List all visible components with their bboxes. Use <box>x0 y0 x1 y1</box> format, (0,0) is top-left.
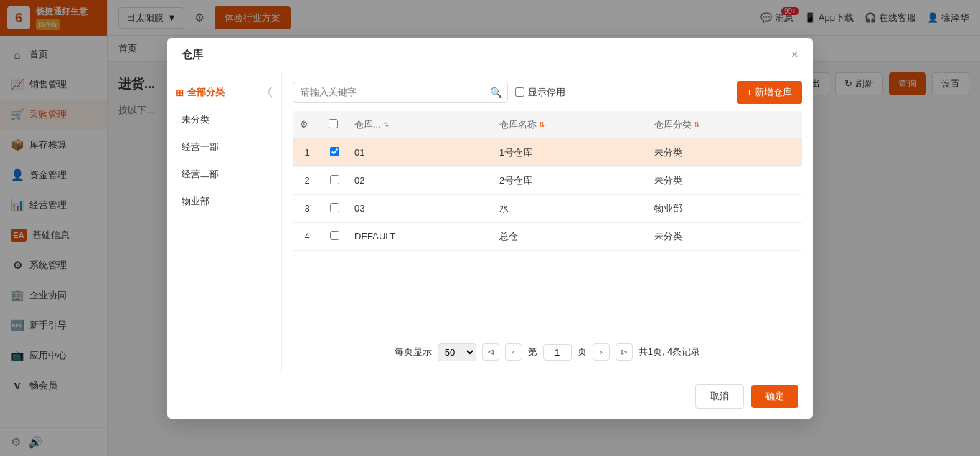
row-checkbox[interactable] <box>321 222 347 250</box>
pagination: 每页显示 50 10 20 100 ⊲ ‹ 第 页 › ⊳ 共1页, 4条记录 <box>293 335 802 365</box>
row-code: DEFAULT <box>347 222 492 250</box>
cancel-button[interactable]: 取消 <box>695 384 744 409</box>
modal-overlay: 仓库 × ⊞ 全部分类 《 未分类 经营一部 经营二部 物业部 <box>0 0 980 456</box>
last-page-button[interactable]: ⊳ <box>616 343 633 361</box>
row-name: 1号仓库 <box>492 138 647 166</box>
table-area: 🔍 显示停用 + 新增仓库 ⚙ <box>282 72 813 374</box>
table-row[interactable]: 4 DEFAULT 总仓 未分类 <box>293 222 802 250</box>
page-label: 第 <box>528 346 537 358</box>
row-checkbox[interactable] <box>321 138 347 166</box>
category-sidebar: ⊞ 全部分类 《 未分类 经营一部 经营二部 物业部 <box>167 72 282 374</box>
next-page-button[interactable]: › <box>593 343 610 361</box>
row-category: 未分类 <box>647 222 802 250</box>
all-category-label[interactable]: ⊞ 全部分类 <box>176 86 225 99</box>
col-check <box>321 111 347 139</box>
category-item-property[interactable]: 物业部 <box>167 188 281 215</box>
modal-title: 仓库 <box>182 48 203 62</box>
add-warehouse-button[interactable]: + 新增仓库 <box>737 81 802 104</box>
collapse-icon[interactable]: 《 <box>261 85 273 100</box>
category-item-dept2[interactable]: 经营二部 <box>167 161 281 188</box>
prev-page-button[interactable]: ‹ <box>505 343 522 361</box>
modal-footer: 取消 确定 <box>167 374 813 419</box>
modal-close-button[interactable]: × <box>791 48 798 61</box>
per-page-label: 每页显示 <box>395 346 432 358</box>
per-page-select[interactable]: 50 10 20 100 <box>438 343 476 361</box>
confirm-button[interactable]: 确定 <box>751 385 798 408</box>
category-item-dept1[interactable]: 经营一部 <box>167 133 281 161</box>
row-category: 物业部 <box>647 194 802 222</box>
col-category-header[interactable]: 仓库分类 ⇅ <box>647 111 802 139</box>
table-container: ⚙ 仓库... ⇅ <box>293 111 802 335</box>
table-row[interactable]: 3 03 水 物业部 <box>293 194 802 222</box>
show-disabled-checkbox[interactable] <box>515 87 524 97</box>
category-item-uncat[interactable]: 未分类 <box>167 106 281 133</box>
row-index: 4 <box>293 222 321 250</box>
col-code-header[interactable]: 仓库... ⇅ <box>347 111 492 139</box>
gear-col-icon[interactable]: ⚙ <box>300 119 308 130</box>
row-checkbox[interactable] <box>321 194 347 222</box>
table-row[interactable]: 2 02 2号仓库 未分类 <box>293 166 802 194</box>
row-name: 2号仓库 <box>492 166 647 194</box>
first-page-button[interactable]: ⊲ <box>482 343 499 361</box>
row-name: 总仓 <box>492 222 647 250</box>
sort-category-icon: ⇅ <box>694 120 699 128</box>
row-category: 未分类 <box>647 138 802 166</box>
table-toolbar: 🔍 显示停用 + 新增仓库 <box>293 81 802 104</box>
search-wrap: 🔍 <box>293 82 508 103</box>
total-info: 共1页, 4条记录 <box>639 346 701 358</box>
row-index: 3 <box>293 194 321 222</box>
row-code: 03 <box>347 194 492 222</box>
show-disabled-label: 显示停用 <box>515 86 565 99</box>
row-category: 未分类 <box>647 166 802 194</box>
row-index: 2 <box>293 166 321 194</box>
warehouse-modal: 仓库 × ⊞ 全部分类 《 未分类 经营一部 经营二部 物业部 <box>167 38 813 419</box>
table-row[interactable]: 1 01 1号仓库 未分类 <box>293 138 802 166</box>
row-name: 水 <box>492 194 647 222</box>
row-checkbox[interactable] <box>321 166 347 194</box>
modal-body: ⊞ 全部分类 《 未分类 经营一部 经营二部 物业部 🔍 <box>167 72 813 374</box>
sort-code-icon: ⇅ <box>383 120 389 128</box>
modal-header: 仓库 × <box>167 38 813 72</box>
search-input[interactable] <box>293 82 508 103</box>
col-name-header[interactable]: 仓库名称 ⇅ <box>492 111 647 139</box>
sort-name-icon: ⇅ <box>539 120 545 128</box>
row-index: 1 <box>293 138 321 166</box>
grid-icon: ⊞ <box>176 87 184 98</box>
search-icon[interactable]: 🔍 <box>490 87 502 98</box>
category-header: ⊞ 全部分类 《 <box>167 80 281 106</box>
page-unit: 页 <box>578 346 587 358</box>
col-gear: ⚙ <box>293 111 321 139</box>
select-all-checkbox[interactable] <box>329 119 338 128</box>
warehouse-table: ⚙ 仓库... ⇅ <box>293 111 802 251</box>
row-code: 02 <box>347 166 492 194</box>
page-input[interactable] <box>543 344 572 361</box>
row-code: 01 <box>347 138 492 166</box>
